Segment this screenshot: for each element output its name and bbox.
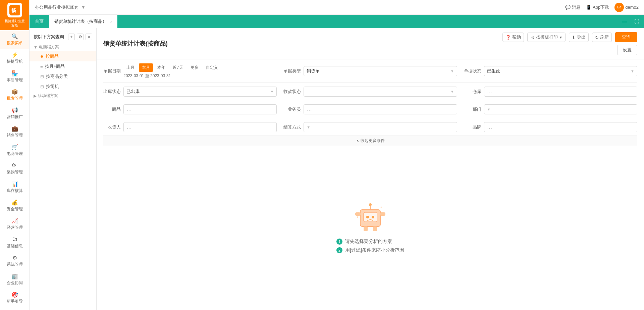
svg-point-4 bbox=[366, 216, 369, 218]
payment-input[interactable]: ▼ bbox=[304, 122, 457, 132]
sidebar-item-marketing[interactable]: 📢 营销推广 bbox=[0, 104, 29, 122]
receiver-label: 收货人 bbox=[103, 124, 121, 130]
sidebar-item-operation[interactable]: 📈 经营管理 bbox=[0, 215, 29, 233]
filter-brand-cell: 品牌 … bbox=[464, 122, 637, 132]
help-btn[interactable]: ❓ 帮助 bbox=[502, 33, 524, 42]
page-actions: ❓ 帮助 🖨 按模板打印 ▼ ⬇ 导出 bbox=[502, 32, 637, 55]
doc-type-value: 销货单 bbox=[307, 68, 320, 74]
collapse-label: 收起更多条件 bbox=[361, 138, 385, 144]
brand-input[interactable]: … bbox=[484, 122, 637, 132]
department-input[interactable]: ▼ bbox=[484, 104, 637, 114]
sidebar-item-retail[interactable]: 🏪 零售管理 bbox=[0, 67, 29, 86]
date-tab-year[interactable]: 本年 bbox=[154, 63, 168, 72]
doc-type-label: 单据类型 bbox=[283, 68, 301, 74]
sidebar-item-guide[interactable]: 🎯 新手引导 bbox=[0, 289, 29, 307]
export-label: 导出 bbox=[577, 34, 586, 40]
tree-desktop-group[interactable]: ▼ 电脑端方案 bbox=[30, 43, 96, 51]
settings-scheme-btn[interactable]: ⚙ bbox=[77, 34, 84, 40]
sidebar-quicknav-label: 快捷导航 bbox=[7, 59, 23, 64]
tree-item-by-month-product[interactable]: ≡ 按月+商品 bbox=[30, 61, 96, 71]
salesperson-input[interactable]: … bbox=[304, 104, 457, 114]
date-tab-custom[interactable]: 自定义 bbox=[203, 63, 221, 72]
minimize-btn[interactable]: — bbox=[620, 17, 629, 26]
tree-item-by-cashier[interactable]: ⊞ 按司机 bbox=[30, 82, 96, 92]
page-header: 销货单统计计表(按商品) ❓ 帮助 🖨 按模板打印 bbox=[97, 28, 644, 59]
sidebar: 畅 畅捷通好生意 标版 🔍 搜索菜单 ⚡ 快捷导航 🏪 零售管理 📦 批发管理 … bbox=[0, 0, 30, 310]
enterprise-icon: 🏢 bbox=[11, 273, 18, 279]
filter-row-1: 单据日期 上月 本月 本年 近7天 更多 自定义 2023- bbox=[103, 59, 637, 82]
sidebar-item-inventory[interactable]: 📊 库存核算 bbox=[0, 178, 29, 196]
maximize-btn[interactable]: ⛶ bbox=[632, 17, 641, 26]
sidebar-item-sales[interactable]: 💼 销售管理 bbox=[0, 122, 29, 141]
brand-label: 品牌 bbox=[464, 124, 481, 130]
sidebar-marketing-label: 营销推广 bbox=[7, 114, 23, 120]
warehouse-input[interactable]: … bbox=[484, 87, 637, 97]
template-print-btn[interactable]: 🖨 按模板打印 ▼ bbox=[527, 33, 566, 42]
filter-doc-type-cell: 单据类型 销货单 ▼ bbox=[283, 63, 457, 79]
refresh-label: 刷新 bbox=[600, 34, 609, 40]
refresh-btn[interactable]: ↻ 刷新 bbox=[592, 33, 612, 42]
tab-home[interactable]: 首页 bbox=[30, 15, 49, 28]
sidebar-item-system[interactable]: ⚙ 系统管理 bbox=[0, 252, 29, 270]
filter-receiver-cell: 收货人 … bbox=[103, 122, 277, 132]
sidebar-item-search[interactable]: 🔍 搜索菜单 bbox=[0, 30, 29, 49]
add-scheme-btn[interactable]: + bbox=[68, 34, 75, 40]
tree-item-by-cashier-label: 按司机 bbox=[46, 84, 59, 90]
left-panel-title: 按以下方案查询 bbox=[34, 34, 64, 40]
user-profile-btn[interactable]: Ea demo2 bbox=[614, 3, 639, 12]
settings-btn[interactable]: 设置 bbox=[617, 45, 637, 55]
sidebar-item-finance[interactable]: 💰 资金管理 bbox=[0, 196, 29, 215]
filter-product-cell: 商品 … bbox=[103, 104, 277, 114]
left-panel: 按以下方案查询 + ⚙ « ▼ 电脑端方案 ● 按商品 ≡ 按月+商品 bbox=[30, 28, 97, 310]
app-download-btn[interactable]: 📱 App下载 bbox=[586, 4, 609, 10]
doc-status-value: 已生效 bbox=[487, 68, 500, 74]
svg-point-5 bbox=[372, 216, 374, 218]
date-tab-more[interactable]: 更多 bbox=[187, 63, 202, 72]
industry-dropdown-icon[interactable]: ▼ bbox=[81, 5, 86, 10]
receipt-status-input[interactable]: ▼ bbox=[304, 87, 457, 97]
product-input[interactable]: … bbox=[123, 104, 277, 114]
tab-close-btn[interactable]: × bbox=[110, 19, 112, 23]
sidebar-search-label: 搜索菜单 bbox=[7, 40, 23, 46]
date-tab-cur-month[interactable]: 本月 bbox=[139, 63, 153, 72]
filter-out-status-cell: 出库状态 已出库 ▼ bbox=[103, 87, 277, 97]
cashier-icon: ⊞ bbox=[40, 84, 44, 89]
tree-item-by-category[interactable]: ⊞ 按商品分类 bbox=[30, 71, 96, 82]
sidebar-item-ecommerce[interactable]: 🛒 电商管理 bbox=[0, 141, 29, 159]
export-btn[interactable]: ⬇ 导出 bbox=[569, 33, 589, 42]
sidebar-item-enterprise[interactable]: 🏢 企业协同 bbox=[0, 270, 29, 289]
purchase-icon: 🛍 bbox=[11, 162, 18, 169]
retail-icon: 🏪 bbox=[11, 70, 18, 76]
query-btn[interactable]: 查询 bbox=[615, 32, 637, 42]
svg-rect-8 bbox=[364, 226, 368, 231]
svg-point-7 bbox=[369, 203, 372, 206]
svg-rect-9 bbox=[373, 226, 377, 231]
date-tab-prev-month[interactable]: 上月 bbox=[123, 63, 138, 72]
receiver-dots: … bbox=[126, 124, 132, 130]
collapse-panel-btn[interactable]: « bbox=[86, 34, 92, 40]
message-btn[interactable]: 💬 消息 bbox=[565, 4, 581, 10]
collapse-filters-btn[interactable]: ∧ 收起更多条件 bbox=[103, 136, 637, 146]
receiver-input[interactable]: … bbox=[123, 122, 277, 132]
out-status-input[interactable]: 已出库 ▼ bbox=[123, 87, 277, 97]
doc-status-input[interactable]: 已生效 ▼ bbox=[484, 66, 637, 76]
app-logo[interactable]: 畅 畅捷通好生意 标版 bbox=[0, 0, 29, 30]
warehouse-label: 仓库 bbox=[464, 89, 481, 95]
tree-mobile-group[interactable]: ▶ 移动端方案 bbox=[30, 92, 96, 100]
sidebar-item-basic[interactable]: 🗂 基础信息 bbox=[0, 233, 29, 252]
topbar-left: 办公用品行业模拟账套 ▼ bbox=[35, 4, 86, 10]
payment-label: 结算方式 bbox=[283, 124, 301, 130]
date-tab-7days[interactable]: 近7天 bbox=[170, 63, 186, 72]
page-title: 销货单统计计表(按商品) bbox=[103, 40, 168, 48]
sidebar-item-wholesale[interactable]: 📦 批发管理 bbox=[0, 86, 29, 104]
doc-type-input[interactable]: 销货单 ▼ bbox=[304, 66, 457, 76]
sidebar-item-purchase[interactable]: 🛍 采购管理 bbox=[0, 159, 29, 178]
wholesale-icon: 📦 bbox=[11, 88, 18, 95]
tab-current[interactable]: 销货单统计计表（按商品） × bbox=[49, 15, 117, 28]
marketing-icon: 📢 bbox=[11, 107, 18, 113]
sidebar-item-quicknav[interactable]: ⚡ 快捷导航 bbox=[0, 49, 29, 67]
tree-item-by-product[interactable]: ● 按商品 bbox=[30, 51, 96, 61]
main-area: 办公用品行业模拟账套 ▼ 💬 消息 📱 App下载 Ea demo2 首页 bbox=[30, 0, 644, 310]
svg-rect-3 bbox=[364, 212, 377, 222]
doc-status-arrow-icon: ▼ bbox=[631, 69, 634, 73]
